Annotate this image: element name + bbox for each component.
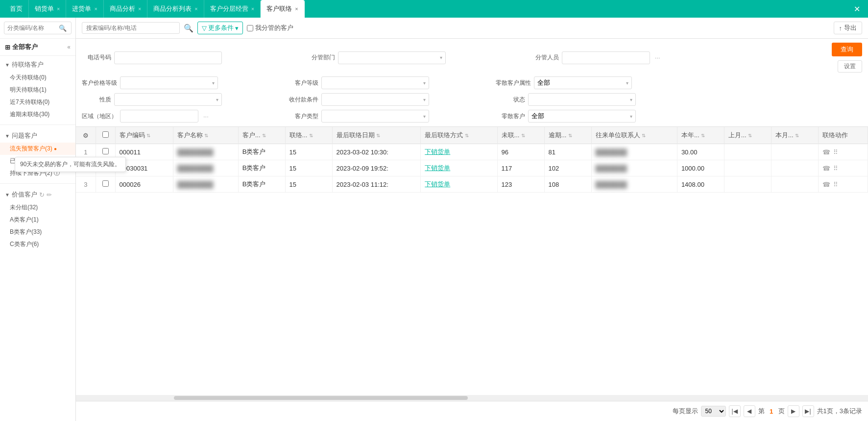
- sidebar-item-7days[interactable]: 近7天待联络(0): [0, 96, 75, 108]
- col-overdue[interactable]: 逾期... ⇅: [544, 127, 591, 144]
- tab-product-analysis[interactable]: 商品分析 ×: [104, 0, 147, 18]
- col-checkbox[interactable]: [96, 127, 115, 144]
- sidebar-section-header-value[interactable]: ▼ 价值客户 ↻ ✏: [0, 188, 75, 201]
- filter-customer-type-select[interactable]: ▾: [321, 110, 429, 123]
- filter-field-scattered-attr: 零散客户属性 全部 ▾: [496, 76, 677, 89]
- row-last-contact-method[interactable]: 下销货单: [421, 160, 497, 176]
- col-code[interactable]: 客户编码 ⇅: [115, 127, 173, 144]
- row-last-contact-method[interactable]: 下销货单: [421, 176, 497, 193]
- tab-customer-layered[interactable]: 客户分层经营 ×: [204, 0, 261, 18]
- close-icon[interactable]: ×: [251, 6, 254, 12]
- col-contact[interactable]: 联络... ⇅: [285, 127, 332, 144]
- filter-manager-input[interactable]: [562, 51, 650, 64]
- sidebar-item-today[interactable]: 今天待联络(0): [0, 72, 75, 84]
- close-icon[interactable]: ×: [138, 6, 141, 12]
- my-customers-checkbox-label[interactable]: 我分管的客户: [247, 24, 293, 32]
- phone-icon[interactable]: ☎: [822, 149, 830, 156]
- col-gear[interactable]: ⚙: [76, 127, 96, 144]
- more-actions-icon[interactable]: ⠿: [833, 149, 838, 156]
- filter-phone-input[interactable]: [114, 51, 222, 64]
- chevron-down-icon: ▾: [630, 97, 632, 102]
- filter-search-input[interactable]: [82, 22, 180, 34]
- scrollbar-thumb[interactable]: [174, 396, 468, 400]
- tab-customer-contact[interactable]: 客户联络 ×: [261, 0, 304, 18]
- col-name[interactable]: 客户名称 ⇅: [173, 127, 238, 144]
- sidebar-search-area: 🔍: [0, 18, 75, 39]
- tab-sales-order[interactable]: 销货单 ×: [29, 0, 66, 18]
- filter-search-button[interactable]: 🔍: [184, 24, 193, 33]
- filter-scattered-attr-select[interactable]: 全部 ▾: [534, 76, 632, 89]
- filter-field-scattered: 零散客户 全部 ▾: [496, 110, 677, 123]
- table-row: 3 000026 ████████ B类客户 15 2023-02-03 11:…: [76, 176, 868, 193]
- row-contact-person: ███████: [591, 160, 677, 176]
- col-type[interactable]: 客户... ⇅: [238, 127, 285, 144]
- filter-dept-select[interactable]: ▾: [338, 51, 446, 64]
- next-page-button[interactable]: ▶: [788, 405, 799, 417]
- more-dots-region[interactable]: ···: [201, 113, 211, 120]
- sidebar-item-churn-warning[interactable]: 流失预警客户(3) ●: [0, 143, 75, 155]
- per-page-select[interactable]: 50 20 100: [701, 406, 726, 417]
- my-customers-checkbox[interactable]: [247, 25, 253, 31]
- filter-scattered-select[interactable]: 全部 ▾: [528, 110, 636, 123]
- tab-home[interactable]: 首页: [4, 0, 29, 18]
- filter-customer-level-select[interactable]: ▾: [321, 76, 429, 89]
- filter-field-phone: 电话号码: [82, 51, 278, 64]
- query-button[interactable]: 查询: [832, 43, 862, 56]
- sidebar-item-type-c[interactable]: C类客户(6): [0, 238, 75, 250]
- select-all-checkbox[interactable]: [102, 131, 109, 138]
- horizontal-scrollbar[interactable]: [76, 395, 868, 401]
- settings-button[interactable]: 设置: [838, 60, 862, 73]
- close-icon[interactable]: ×: [194, 6, 197, 12]
- filter-payment-select[interactable]: ▾: [321, 93, 429, 106]
- phone-icon[interactable]: ☎: [822, 181, 830, 188]
- phone-icon[interactable]: ☎: [822, 165, 830, 172]
- more-dots-manager[interactable]: ···: [653, 54, 662, 61]
- row-this-month: [771, 176, 818, 193]
- chevron-down-icon: ▾: [235, 25, 239, 32]
- sidebar-section-header-problem[interactable]: ▼ 问题客户: [0, 129, 75, 143]
- row-last-contact-method[interactable]: 下销货单: [421, 144, 497, 160]
- col-year-amount[interactable]: 本年... ⇅: [677, 127, 724, 144]
- row-name: ████████: [173, 144, 238, 160]
- sidebar-section-header-pending[interactable]: ▼ 待联络客户: [0, 58, 75, 72]
- col-contact-person[interactable]: 往来单位联系人 ⇅: [591, 127, 677, 144]
- sidebar-all-customers[interactable]: ⊞ 全部客户 «: [0, 39, 75, 56]
- col-this-month[interactable]: 本月... ⇅: [771, 127, 818, 144]
- col-last-contact-method[interactable]: 最后联络方式 ⇅: [421, 127, 497, 144]
- close-icon[interactable]: ×: [94, 6, 97, 12]
- row-contact: 15: [285, 160, 332, 176]
- row-customer-type: B类客户: [238, 160, 285, 176]
- filter-price-level-select[interactable]: ▾: [120, 76, 218, 89]
- first-page-button[interactable]: |◀: [729, 405, 741, 417]
- col-actions: 联络动作: [818, 127, 868, 144]
- close-icon[interactable]: ×: [295, 6, 298, 12]
- filter-region-input[interactable]: [120, 110, 198, 123]
- export-button[interactable]: ↑ 导出: [834, 22, 863, 34]
- filter-status-select[interactable]: ▾: [528, 93, 636, 106]
- collapse-icon[interactable]: «: [67, 44, 71, 50]
- prev-page-button[interactable]: ◀: [744, 405, 755, 417]
- refresh-icon[interactable]: ↻: [39, 191, 45, 198]
- row-contact: 15: [285, 176, 332, 193]
- sidebar-item-overdue[interactable]: 逾期未联络(30): [0, 108, 75, 121]
- tab-purchase-order[interactable]: 进货单 ×: [66, 0, 103, 18]
- last-page-button[interactable]: ▶|: [802, 405, 814, 417]
- col-uncontacted[interactable]: 未联... ⇅: [497, 127, 544, 144]
- filter-label-status: 状态: [496, 96, 525, 104]
- more-conditions-button[interactable]: ▽ 更多条件 ▾: [197, 22, 243, 34]
- sidebar-item-tomorrow[interactable]: 明天待联络(1): [0, 84, 75, 96]
- sidebar-item-type-b[interactable]: B类客户(33): [0, 226, 75, 238]
- col-last-month[interactable]: 上月... ⇅: [724, 127, 771, 144]
- filter-nature-select[interactable]: ▾: [114, 93, 222, 106]
- window-close-button[interactable]: ✕: [850, 4, 864, 14]
- more-actions-icon[interactable]: ⠿: [833, 165, 838, 172]
- filter-row-1: 电话号码 分管部门 ▾ 分管人员 ···: [82, 43, 862, 73]
- sidebar-item-type-a[interactable]: A类客户(1): [0, 214, 75, 226]
- close-icon[interactable]: ×: [57, 6, 60, 12]
- more-actions-icon[interactable]: ⠿: [833, 181, 838, 188]
- sidebar-item-unclassified[interactable]: 未分组(32): [0, 201, 75, 214]
- row-checkbox[interactable]: [96, 176, 115, 193]
- edit-icon[interactable]: ✏: [47, 191, 52, 198]
- tab-product-analysis-list[interactable]: 商品分析列表 ×: [147, 0, 204, 18]
- col-last-contact-date[interactable]: 最后联络日期 ⇅: [332, 127, 421, 144]
